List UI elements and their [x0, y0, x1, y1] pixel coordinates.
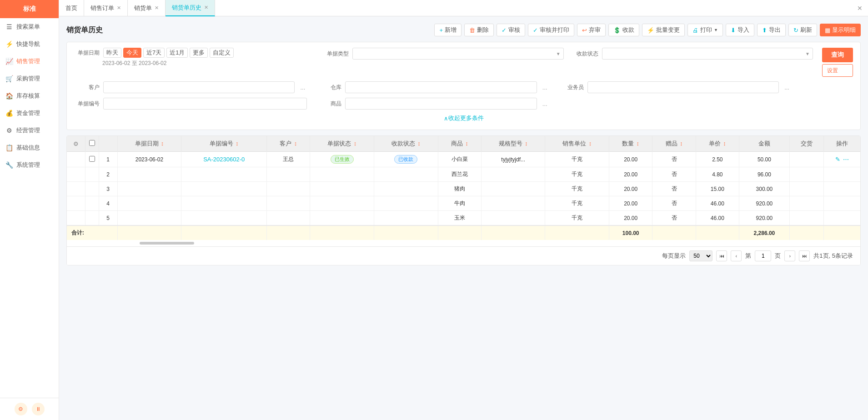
cell-unit: 千克 — [545, 152, 609, 167]
import-button[interactable]: ⬇ 导入 — [726, 24, 754, 36]
setting-button[interactable]: 设置 — [822, 64, 853, 77]
th-paystatus[interactable]: 收款状态 ↕ — [374, 136, 438, 152]
doc-type-arrow-icon: ▼ — [556, 51, 561, 56]
next-page-btn[interactable]: › — [784, 250, 795, 261]
page-number-input[interactable] — [755, 250, 771, 261]
cell-check — [85, 211, 99, 226]
horizontal-scrollbar[interactable] — [140, 242, 194, 245]
page-size-select[interactable]: 50 100 200 — [689, 250, 712, 261]
sidebar-item-base-info[interactable]: 📋 基础信息 — [0, 139, 59, 156]
more-btn[interactable]: 更多 — [190, 48, 208, 58]
quick-nav-icon: ⚡ — [5, 40, 13, 48]
sidebar-item-quick-nav[interactable]: ⚡ 快捷导航 — [0, 35, 59, 53]
doc-type-select[interactable]: ▼ — [352, 48, 563, 60]
th-customer[interactable]: 客户 ↕ — [267, 136, 310, 152]
cell-action: ✎ ⋯ — [823, 152, 860, 167]
doc-no-link[interactable]: SA-20230602-0 — [203, 156, 245, 163]
cell-amount: 96.00 — [739, 167, 790, 182]
th-docstatus[interactable]: 单据状态 ↕ — [310, 136, 374, 152]
th-unit[interactable]: 销售单位 ↕ — [545, 136, 609, 152]
customer-label: 客户 — [74, 84, 100, 91]
cell-goods: 猪肉 — [438, 182, 481, 196]
goods-input[interactable] — [345, 98, 537, 110]
tab-sales-order[interactable]: 销售订单 ✕ — [84, 0, 128, 16]
th-spec[interactable]: 规格型号 ↕ — [481, 136, 545, 152]
cell-goods: 小白菜 — [438, 152, 481, 167]
th-gift[interactable]: 赠品 ↕ — [652, 136, 696, 152]
edit-icon[interactable]: ✎ — [835, 156, 840, 163]
doc-no-input[interactable] — [103, 98, 307, 110]
salesperson-input[interactable] — [587, 81, 779, 93]
row-checkbox[interactable] — [89, 156, 95, 162]
tab-sales-order-close[interactable]: ✕ — [117, 5, 121, 11]
tab-sales-delivery[interactable]: 销货单 ✕ — [128, 0, 166, 16]
refresh-button[interactable]: ↻ 刷新 — [788, 24, 817, 36]
salesperson-label: 业务员 — [558, 84, 584, 91]
more-icon[interactable]: ⋯ — [843, 156, 849, 163]
salesperson-dots[interactable]: ... — [783, 83, 791, 92]
th-goods[interactable]: 商品 ↕ — [438, 136, 481, 152]
customer-input[interactable] — [103, 81, 295, 93]
customer-dots[interactable]: ... — [298, 83, 307, 92]
sidebar-item-sys-mgmt[interactable]: 🔧 系统管理 — [0, 156, 59, 174]
show-detail-button[interactable]: ▦ 显示明细 — [820, 24, 861, 36]
yesterday-btn[interactable]: 昨天 — [103, 48, 121, 58]
abandon-button[interactable]: ↩ 弃审 — [577, 24, 606, 36]
th-price[interactable]: 单价 ↕ — [696, 136, 739, 152]
th-settings: ⚙ — [67, 136, 85, 152]
table-settings-gear-icon[interactable]: ⚙ — [73, 140, 79, 147]
table-row: 4 牛肉 千克 20.00 否 46.00 920.00 — [67, 196, 860, 211]
warehouse-input[interactable] — [345, 81, 537, 93]
page-suffix: 页 — [775, 252, 781, 260]
prev-page-btn[interactable]: ‹ — [731, 250, 742, 261]
qty-sort-icon: ↕ — [637, 140, 640, 147]
cell-unit: 千克 — [545, 167, 609, 182]
goods-dots[interactable]: ... — [541, 100, 549, 108]
cell-spec — [481, 182, 545, 196]
delete-button[interactable]: 🗑 删除 — [464, 24, 494, 36]
cell-gift: 否 — [652, 167, 696, 182]
first-page-btn[interactable]: ⏮ — [716, 250, 727, 261]
batch-change-button[interactable]: ⚡ 批量变更 — [642, 24, 685, 36]
th-qty[interactable]: 数量 ↕ — [609, 136, 652, 152]
cell-qty: 20.00 — [609, 182, 652, 196]
warehouse-dots[interactable]: ... — [541, 83, 549, 92]
sidebar-item-ops[interactable]: ⚙ 经营管理 — [0, 122, 59, 139]
collect-button[interactable]: 💲 收款 — [608, 24, 639, 36]
date-sort-icon: ↕ — [161, 140, 164, 147]
custom-btn[interactable]: 自定义 — [210, 48, 234, 58]
query-button[interactable]: 查询 — [822, 48, 853, 62]
th-docno[interactable]: 单据编号 ↕ — [181, 136, 267, 152]
select-all-checkbox[interactable] — [89, 140, 95, 146]
audit-button[interactable]: ✓ 审核 — [497, 24, 525, 36]
export-icon: ⬆ — [762, 27, 767, 34]
cell-price: 15.00 — [696, 182, 739, 196]
cell-trade — [789, 196, 823, 211]
collect-status-select[interactable]: ▼ — [602, 48, 813, 60]
export-button[interactable]: ⬆ 导出 — [757, 24, 786, 36]
cell-rowno: 5 — [99, 211, 117, 226]
last-page-btn[interactable]: ⏭ — [799, 250, 810, 261]
sidebar-item-purchase-mgmt[interactable]: 🛒 采购管理 — [0, 70, 59, 87]
today-btn[interactable]: 今天 — [123, 48, 141, 58]
cell-docstatus: 已生效 — [310, 152, 374, 167]
sidebar-item-inventory[interactable]: 🏠 库存核算 — [0, 87, 59, 105]
last1m-btn[interactable]: 近1月 — [166, 48, 188, 58]
audit-print-button[interactable]: ✓ 审核并打印 — [528, 24, 574, 36]
collapse-button[interactable]: ∧ 收起更多条件 — [74, 112, 853, 124]
sidebar-pause-btn[interactable]: ⏸ — [32, 403, 45, 415]
tab-home[interactable]: 首页 — [59, 0, 84, 16]
sidebar-item-sales-mgmt[interactable]: 📈 销售管理 — [0, 53, 59, 70]
tabs-close-all[interactable]: ✕ — [852, 5, 868, 12]
cell-amount: 920.00 — [739, 196, 790, 211]
tab-sales-delivery-close[interactable]: ✕ — [155, 5, 159, 11]
sidebar-settings-btn[interactable]: ⚙ — [15, 403, 27, 415]
tab-sales-history-close[interactable]: ✕ — [204, 5, 208, 10]
sidebar-item-finance[interactable]: 💰 资金管理 — [0, 105, 59, 122]
th-date[interactable]: 单据日期 ↕ — [117, 136, 181, 152]
add-button[interactable]: + 新增 — [434, 24, 462, 36]
tab-sales-history[interactable]: 销货单历史 ✕ — [166, 0, 215, 16]
sidebar-item-search-menu[interactable]: ☰ 搜索菜单 — [0, 18, 59, 35]
print-button[interactable]: 🖨 打印 ▼ — [687, 24, 723, 36]
last7-btn[interactable]: 近7天 — [143, 48, 165, 58]
